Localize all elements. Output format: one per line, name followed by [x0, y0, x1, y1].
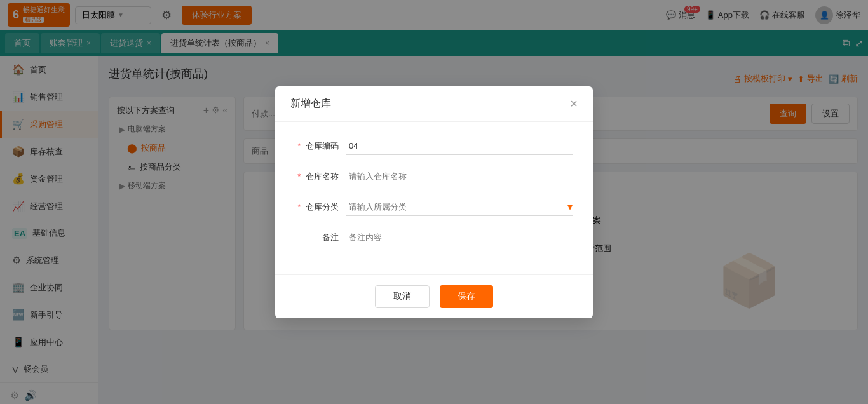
modal-overlay: 新增仓库 × * 仓库编码 * 仓库名称	[0, 0, 868, 404]
cancel-button[interactable]: 取消	[375, 285, 430, 308]
form-row-code: * 仓库编码	[295, 137, 573, 155]
category-label: * 仓库分类	[295, 201, 346, 213]
name-input[interactable]	[346, 168, 573, 185]
code-label: * 仓库编码	[295, 140, 346, 152]
category-dropdown-icon[interactable]: ▾	[567, 201, 573, 213]
name-label: * 仓库名称	[295, 171, 346, 182]
save-button[interactable]: 保存	[440, 285, 493, 308]
form-row-name: * 仓库名称	[295, 168, 573, 185]
new-warehouse-modal: 新增仓库 × * 仓库编码 * 仓库名称	[275, 86, 593, 318]
category-select-wrapper: ▾	[346, 198, 573, 216]
category-input[interactable]	[346, 198, 567, 215]
code-input[interactable]	[346, 137, 573, 155]
modal-body: * 仓库编码 * 仓库名称 * 仓库分类	[275, 122, 593, 274]
remark-input[interactable]	[346, 229, 573, 246]
form-row-category: * 仓库分类 ▾	[295, 198, 573, 216]
form-row-remark: 备注	[295, 229, 573, 246]
remark-label: 备注	[295, 232, 346, 243]
modal-close-button[interactable]: ×	[570, 97, 578, 111]
modal-footer: 取消 保存	[275, 274, 593, 318]
modal-title: 新增仓库	[290, 97, 331, 111]
modal-header: 新增仓库 ×	[275, 86, 593, 122]
